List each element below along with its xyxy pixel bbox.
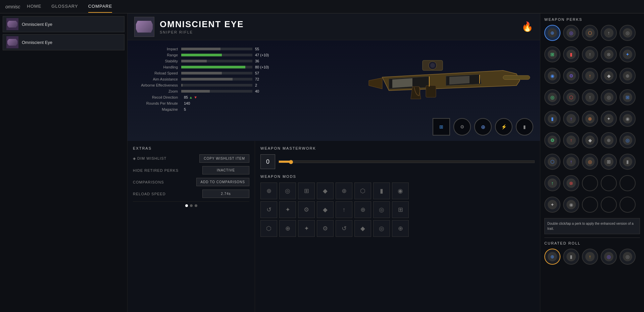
mod-slot-16[interactable]: ⬡ [260,220,277,237]
mod-slot-5[interactable]: ⬡ [354,183,371,199]
mod-slot-19[interactable]: ⚙ [317,220,334,237]
curated-perk-inner-4: ◎ [623,252,632,261]
nav-links: HOME GLOSSARY COMPARE [27,0,112,13]
perk-slot-2[interactable] [453,118,471,136]
mod-slot-15[interactable]: ⊞ [392,201,409,218]
dot-1[interactable] [185,204,188,207]
mod-slot-3[interactable]: ◆ [317,183,334,199]
perk-icon-3-4[interactable]: ⊕ [620,68,636,84]
perk-icon-1-1[interactable]: ◎ [563,25,579,41]
dot-2[interactable] [190,204,193,207]
perk-icon-6-3[interactable]: ⊕ [601,132,617,148]
perk-icon-4-4[interactable]: ⊞ [620,89,636,105]
perk-slot-4[interactable] [495,118,512,136]
mod-slot-10[interactable]: ⚙ [298,201,315,218]
mod-slot-4[interactable]: ⊕ [336,183,352,199]
perk-slot-5[interactable] [516,118,533,136]
mod-slot-11[interactable]: ◆ [317,201,334,218]
perk-icon-7-4[interactable]: ▮ [620,154,636,170]
perk-empty-8-2 [582,175,598,191]
perk-icon-5-1[interactable]: ↑ [563,111,579,127]
perk-icon-7-3[interactable]: ⊞ [601,154,617,170]
reload-speed-value[interactable]: 2.74s [202,190,249,198]
mod-slot-8[interactable]: ↺ [260,201,277,218]
perk-icon-6-0[interactable]: ⚙ [544,132,560,148]
perk-slot-4-icon [501,124,507,129]
perk-icon-7-2[interactable]: ◎ [582,154,598,170]
mod-slot-21[interactable]: ◆ [354,220,371,237]
perk-icon-3-1[interactable]: ⚙ [563,68,579,84]
mod-slot-6[interactable]: ▮ [373,183,390,199]
copy-wishlist-btn[interactable]: COPY WISHLIST ITEM [199,154,249,163]
perk-slot-3[interactable] [474,118,492,136]
perk-icon-1-4[interactable]: ◎ [620,25,636,41]
mod-slot-7[interactable]: ◉ [392,183,409,199]
mod-slot-9[interactable]: ✦ [279,201,296,218]
perk-icon-1-0[interactable]: ⊕ [544,25,560,41]
curated-perk-3[interactable]: ◎ [601,249,617,265]
mod-slot-14[interactable]: ◎ [373,201,390,218]
sidebar-item-2[interactable]: Omniscient Eye [3,34,125,50]
perk-icon-2-0[interactable]: ⊞ [544,46,560,62]
mod-slot-0[interactable]: ⊕ [260,183,277,199]
sidebar-weapon-name-1: Omniscient Eye [22,22,52,27]
perk-icon-inner-3-4: ⊕ [623,71,632,81]
nav-home[interactable]: HOME [27,0,41,13]
mod-slot-23[interactable]: ⊕ [392,220,409,237]
perk-icon-5-3[interactable]: ✦ [601,111,617,127]
mod-slot-20[interactable]: ↺ [336,220,352,237]
perk-icon-5-2[interactable]: ⊗ [582,111,598,127]
perk-icon-4-1[interactable]: ⬡ [563,89,579,105]
mod-slot-17[interactable]: ⊕ [279,220,296,237]
curated-perk-0[interactable]: ⊕ [544,249,560,265]
mod-slot-18[interactable]: ✦ [298,220,315,237]
perks-grid-row3: ◉⚙↑◆⊕ [544,68,640,84]
perk-icon-9-1[interactable]: ◉ [563,197,579,213]
inactive-btn[interactable]: INACTIVE [202,166,249,174]
masterwork-slider[interactable] [279,160,535,163]
perk-icon-9-0[interactable]: ✦ [544,197,560,213]
perk-slot-intrinsic[interactable] [433,118,450,136]
curated-perk-2[interactable]: ↑ [582,249,598,265]
perk-icon-4-3[interactable]: ◎ [601,89,617,105]
perk-icon-7-1[interactable]: ↑ [563,154,579,170]
mod-slot-12[interactable]: ↑ [336,201,352,218]
mod-slot-2[interactable]: ⊞ [298,183,315,199]
perk-icon-3-3[interactable]: ◆ [601,68,617,84]
perk-icon-1-3[interactable]: ↑ [601,25,617,41]
perk-icon-inner-1-1: ◎ [566,28,576,38]
perk-icon-6-4[interactable]: ◎ [620,132,636,148]
perk-icon-4-0[interactable]: ◎ [544,89,560,105]
mod-slot-1[interactable]: ◎ [279,183,296,199]
hide-retired-label: HIDE RETIRED PERKS [133,168,179,172]
perk-icon-5-4[interactable]: ◉ [620,111,636,127]
perk-icon-2-1[interactable]: ▮ [563,46,579,62]
curated-perk-1[interactable]: ▮ [563,249,579,265]
perk-slot-2-icon [460,124,464,129]
perk-icon-2-4[interactable]: ✦ [620,46,636,62]
perk-icon-6-2[interactable]: ◆ [582,132,598,148]
perk-icon-2-2[interactable]: ↑ [582,46,598,62]
perk-icon-8-0[interactable]: ↑ [544,175,560,191]
perk-icon-3-0[interactable]: ◉ [544,68,560,84]
dot-3[interactable] [195,204,197,207]
perk-icon-2-3[interactable]: ⊗ [601,46,617,62]
perk-icon-6-1[interactable]: ↑ [563,132,579,148]
nav-glossary[interactable]: GLOSSARY [51,0,78,13]
perk-icon-5-0[interactable]: ▮ [544,111,560,127]
weapon-display: Impact55Range47 (+10)Stability36Handling… [128,40,540,141]
perk-icon-3-2[interactable]: ↑ [582,68,598,84]
mod-slot-13[interactable]: ⊕ [354,201,371,218]
svg-rect-3 [503,75,530,80]
add-comparison-btn[interactable]: ADD TO COMPARISONS [196,178,249,186]
curated-perk-4[interactable]: ◎ [620,249,636,265]
perk-icon-inner-5-0: ▮ [548,114,557,123]
curated-perk-inner-1: ▮ [566,252,576,261]
mod-slot-22[interactable]: ◎ [373,220,390,237]
perk-icon-4-2[interactable]: ↑ [582,89,598,105]
perk-icon-1-2[interactable]: ⬡ [582,25,598,41]
nav-compare[interactable]: COMPARE [88,0,112,13]
perk-icon-7-0[interactable]: ⬡ [544,154,560,170]
sidebar-item-1[interactable]: Omniscient Eye [3,16,125,32]
perk-icon-8-1[interactable]: ⊗ [563,175,579,191]
